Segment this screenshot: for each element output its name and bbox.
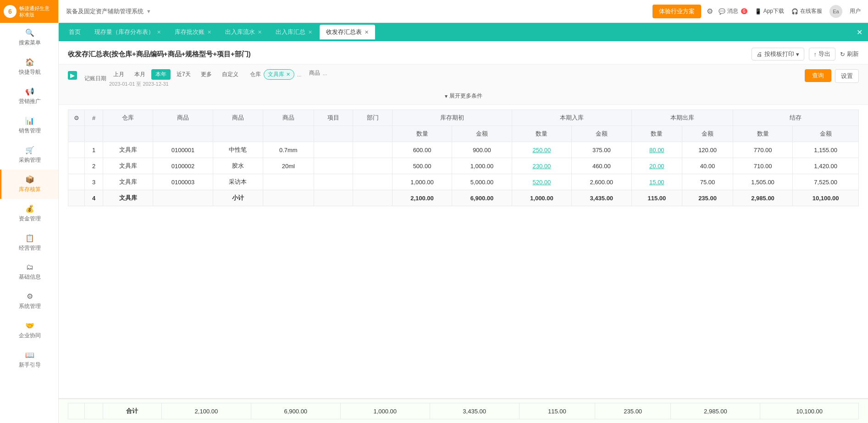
- export-button[interactable]: ↑ 导出: [809, 48, 836, 60]
- filter-settings-button[interactable]: 设置: [835, 69, 859, 83]
- basic-info-icon: 🗂: [26, 263, 33, 271]
- sidebar-item-marketing[interactable]: 📢 营销推广: [0, 82, 58, 111]
- trial-button[interactable]: 体验行业方案: [652, 5, 701, 18]
- refresh-button[interactable]: ↻ 刷新: [840, 50, 859, 58]
- date-btn-this-month[interactable]: 本月: [130, 69, 149, 80]
- total-label: 合计: [103, 403, 162, 419]
- th-settings[interactable]: ⚙: [68, 110, 85, 126]
- topbar-settings-icon[interactable]: ⚙: [707, 7, 713, 16]
- sidebar-item-operations[interactable]: 📋 经营管理: [0, 228, 58, 258]
- th-balance-qty: 数量: [733, 126, 792, 142]
- dropdown-arrow-icon[interactable]: ▾: [147, 8, 150, 15]
- row-out-qty[interactable]: 80.00: [631, 142, 682, 158]
- tab-close-in-out-summary[interactable]: ✕: [308, 29, 312, 35]
- row-in-amt: 460.00: [572, 158, 631, 174]
- row-opening-qty: 600.00: [392, 142, 452, 158]
- refresh-icon: ↻: [840, 51, 845, 58]
- tab-collection-summary[interactable]: 收发存汇总表 ✕: [320, 25, 375, 39]
- row-in-qty-link[interactable]: 250.00: [532, 147, 551, 154]
- th-in-amt: 金额: [572, 126, 631, 142]
- print-button[interactable]: 🖨 按模板打印 ▾: [752, 48, 804, 60]
- row-num: 3: [85, 174, 103, 190]
- row-out-qty[interactable]: 115.00: [631, 190, 682, 206]
- page-actions: 🖨 按模板打印 ▾ ↑ 导出 ↻ 刷新: [752, 48, 859, 60]
- app-download-button[interactable]: 📱 App下载: [755, 7, 784, 15]
- row-in-qty[interactable]: 1,000.00: [512, 190, 571, 206]
- row-out-qty[interactable]: 15.00: [631, 174, 682, 190]
- sidebar-item-search[interactable]: 🔍 搜索菜单: [0, 23, 58, 52]
- date-btn-more[interactable]: 更多: [197, 69, 216, 80]
- close-all-tabs-button[interactable]: ✕: [855, 26, 864, 38]
- tab-close-batch-ledger[interactable]: ✕: [207, 29, 211, 35]
- row-opening-qty: 1,000.00: [392, 174, 452, 190]
- main-area: 装备及固定资产辅助管理系统 ▾ 体验行业方案 ⚙ 💬 消息 6 📱 App下载 …: [59, 0, 868, 423]
- th-spec-sub: [263, 126, 314, 142]
- row-project: [314, 174, 353, 190]
- warehouse-more-button[interactable]: ...: [297, 71, 302, 78]
- sidebar-item-sales[interactable]: 📊 销售管理: [0, 111, 58, 140]
- date-btn-last-month[interactable]: 上月: [109, 69, 128, 80]
- tab-close-in-out-flow[interactable]: ✕: [258, 29, 262, 35]
- row-warehouse: 文具库: [103, 158, 153, 174]
- row-out-qty-link[interactable]: 20.00: [649, 163, 664, 170]
- row-dept: [353, 190, 393, 206]
- row-in-qty[interactable]: 520.00: [512, 174, 571, 190]
- phone-icon: 📱: [755, 8, 762, 15]
- row-out-qty[interactable]: 20.00: [631, 158, 682, 174]
- th-balance: 结存: [733, 110, 858, 126]
- goods-more-button[interactable]: ...: [323, 70, 327, 77]
- warehouse-tag: 文具库 ✕: [264, 69, 294, 80]
- print-dropdown-icon: ▾: [796, 51, 799, 58]
- row-in-qty-link[interactable]: 520.00: [532, 179, 551, 186]
- row-opening-amt: 5,000.00: [452, 174, 512, 190]
- tab-batch-ledger[interactable]: 库存批次账 ✕: [168, 25, 218, 39]
- sidebar-item-purchase[interactable]: 🛒 采购管理: [0, 140, 58, 170]
- row-out-qty-link[interactable]: 15.00: [649, 179, 664, 186]
- tab-close-inventory-dist[interactable]: ✕: [157, 29, 161, 35]
- row-in-qty[interactable]: 250.00: [512, 142, 571, 158]
- date-btn-this-year[interactable]: 本年: [151, 69, 171, 80]
- expand-conditions-button[interactable]: ▾ 展开更多条件: [445, 92, 482, 100]
- sidebar-item-inventory[interactable]: 📦 库存核算: [0, 170, 58, 199]
- message-icon: 💬: [719, 8, 725, 15]
- tab-home[interactable]: 首页: [62, 25, 87, 39]
- row-in-qty[interactable]: 230.00: [512, 158, 571, 174]
- message-button[interactable]: 💬 消息 6: [719, 7, 747, 15]
- online-service-button[interactable]: 🎧 在线客服: [791, 7, 822, 15]
- query-button[interactable]: 查询: [805, 69, 831, 82]
- search-icon: 🔍: [25, 28, 34, 37]
- row-opening-amt: 900.00: [452, 142, 512, 158]
- sidebar-item-quick-nav[interactable]: 🏠 快捷导航: [0, 52, 58, 82]
- warehouse-tag-remove[interactable]: ✕: [286, 71, 290, 77]
- row-opening-amt: 1,000.00: [452, 158, 512, 174]
- logo-icon: 6: [4, 5, 17, 18]
- row-dept: [353, 158, 393, 174]
- row-code: 0100003: [153, 174, 213, 190]
- sidebar-item-basic-info[interactable]: 🗂 基础信息: [0, 258, 58, 286]
- guide-icon: 📖: [25, 351, 34, 359]
- tab-inventory-dist[interactable]: 现存量（库存分布表） ✕: [88, 25, 167, 39]
- row-spec: 0.7mm: [263, 142, 314, 158]
- date-filter-label: 记账日期: [84, 75, 106, 82]
- total-balance-amt: 10,100.00: [760, 403, 859, 419]
- tab-in-out-summary[interactable]: 出入库汇总 ✕: [269, 25, 319, 39]
- user-menu-button[interactable]: 用户: [850, 7, 861, 15]
- filter-expand-icon[interactable]: ▶: [68, 71, 77, 80]
- row-out-qty-link[interactable]: 80.00: [649, 147, 664, 154]
- date-btn-7days[interactable]: 近7天: [172, 69, 195, 80]
- operations-icon: 📋: [25, 234, 34, 242]
- topbar-actions: 💬 消息 6 📱 App下载 🎧 在线客服 Ea 用户: [719, 5, 861, 18]
- row-num: 2: [85, 158, 103, 174]
- tab-close-collection-summary[interactable]: ✕: [365, 29, 369, 35]
- sidebar-item-enterprise[interactable]: 🤝 企业协同: [0, 316, 58, 345]
- sidebar-item-finance[interactable]: 💰 资金管理: [0, 199, 58, 228]
- total-in-amt: 3,435.00: [430, 403, 519, 419]
- row-in-qty-link[interactable]: 230.00: [532, 163, 551, 170]
- total-out-qty: 115.00: [519, 403, 595, 419]
- date-btn-custom[interactable]: 自定义: [218, 69, 243, 80]
- tab-in-out-flow[interactable]: 出入库流水 ✕: [219, 25, 268, 39]
- goods-filter-label: 商品: [309, 69, 320, 77]
- sidebar-item-guide[interactable]: 📖 新手引导: [0, 345, 58, 374]
- sidebar-item-system[interactable]: ⚙ 系统管理: [0, 286, 58, 316]
- user-avatar[interactable]: Ea: [829, 5, 842, 18]
